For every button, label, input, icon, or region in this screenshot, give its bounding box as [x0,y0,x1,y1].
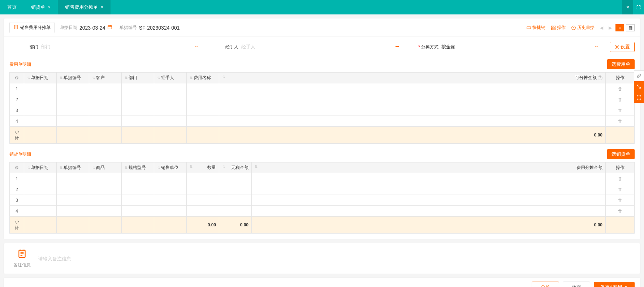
table-row[interactable]: 2🗑 [10,94,635,105]
delete-icon[interactable]: 🗑 [618,119,622,124]
col-fee-name[interactable]: 费用名称 [187,73,219,83]
svg-rect-9 [554,26,555,27]
no-label: 单据编号 [120,25,137,31]
tab-home[interactable]: 首页 [0,0,24,14]
table-row[interactable]: 1🗑 [10,173,635,184]
svg-rect-3 [108,26,112,29]
ellipsis-icon[interactable]: ••• [395,44,399,49]
col-alloc-amount[interactable]: 可分摊金额? [219,73,606,83]
table-row[interactable]: 3🗑 [10,105,635,116]
col-customer[interactable]: 客户 [89,73,122,83]
calendar-icon[interactable] [107,25,112,31]
col-op: 操作 [606,162,635,173]
subtotal-label: 小计 [10,217,24,234]
col-date[interactable]: 单据日期 [24,162,57,173]
select-expense-button[interactable]: 选费用单 [607,59,635,69]
table-row[interactable]: 3🗑 [10,195,635,206]
col-no[interactable]: 单据编号 [57,73,89,83]
svg-rect-10 [552,28,553,30]
save-new-button[interactable]: 保存&新增 ⌃ [594,282,635,287]
svg-point-13 [616,46,618,48]
right-float-tools [634,70,644,103]
col-no[interactable]: 单据编号 [57,162,89,173]
col-dept[interactable]: 部门 [122,73,154,83]
help-icon[interactable]: ? [598,75,602,80]
delete-icon[interactable]: 🗑 [618,198,622,203]
remarks-label: 备注信息 [13,262,31,268]
expense-table: ⚙ 单据日期 单据编号 客户 部门 经手人 费用名称 可分摊金额? 操作 1🗑 … [9,72,635,144]
tab-label: 销售费用分摊单 [65,4,98,10]
delete-icon[interactable]: 🗑 [618,176,622,181]
doc-header-row: 销售费用分摊单 单据日期 2023-03-24 单据编号 SF-20230324… [4,18,640,36]
chevron-down-icon[interactable]: ﹀ [194,44,199,50]
close-panel-icon[interactable]: ✕ [622,0,633,14]
col-product[interactable]: 商品 [89,162,122,173]
top-tabs-bar: 首页 销货单 × 销售费用分摊单 × ✕ [0,0,644,14]
notes-icon [9,249,35,260]
sales-table: ⚙ 单据日期 单据编号 商品 规格型号 销售单位 数量 无税金额 费用分摊金额 … [9,162,635,234]
view-grid-icon[interactable]: ▦ [626,24,635,31]
col-unit[interactable]: 销售单位 [154,162,187,173]
remarks-input[interactable] [35,249,635,268]
operation-link[interactable]: 操作 [549,25,567,31]
table-row[interactable]: 4🗑 [10,116,635,127]
expand-all-icon[interactable] [634,92,644,103]
col-amount[interactable]: 无税金额 [219,162,252,173]
col-spec[interactable]: 规格型号 [122,162,154,173]
tab-sales-expense-alloc[interactable]: 销售费用分摊单 × [58,0,111,14]
tab-sales-order[interactable]: 销货单 × [24,0,58,14]
view-list-icon[interactable]: ≡ [615,24,624,31]
col-handler[interactable]: 经手人 [154,73,187,83]
prev-arrow-icon[interactable]: ◀ [598,25,605,30]
gear-icon[interactable]: ⚙ [10,162,24,173]
doc-title: 销售费用分摊单 [20,25,51,31]
qty-total: 0.00 [208,222,216,227]
discard-button[interactable]: 放弃 [563,282,590,287]
col-date[interactable]: 单据日期 [24,73,57,83]
close-icon[interactable]: × [48,5,51,10]
main-content: 销售费用分摊单 单据日期 2023-03-24 单据编号 SF-20230324… [4,18,640,239]
settings-button[interactable]: 设置 [610,42,635,52]
next-arrow-icon[interactable]: ▶ [607,25,614,30]
dept-label: 部门 [9,44,38,50]
table-row[interactable]: 1🗑 [10,83,635,94]
alloc-button[interactable]: 分摊 [532,282,559,287]
subtotal-label: 小计 [10,127,24,144]
shortcut-link[interactable]: 快捷键 [524,25,547,31]
table-row[interactable]: 2🗑 [10,184,635,195]
delete-icon[interactable]: 🗑 [618,187,622,192]
date-label: 单据日期 [60,25,77,31]
svg-rect-7 [527,27,531,29]
table-row[interactable]: 4🗑 [10,206,635,217]
remarks-box: 备注信息 [4,243,640,274]
expand-icon[interactable] [634,81,644,92]
delete-icon[interactable]: 🗑 [618,108,622,113]
date-value[interactable]: 2023-03-24 [79,25,105,31]
delete-icon[interactable]: 🗑 [618,86,622,91]
history-link[interactable]: 历史单据 [569,25,596,31]
close-icon[interactable]: × [101,5,103,10]
fullscreen-icon[interactable] [633,0,644,14]
col-alloc-amount[interactable]: 费用分摊金额 [252,162,606,173]
expense-section-header: 费用单明细 选费用单 [4,59,640,72]
dept-input[interactable] [41,43,194,51]
attachment-icon[interactable] [634,70,644,81]
svg-rect-8 [552,26,553,27]
document-icon [13,25,18,31]
subtotal-row: 小计 0.00 [10,127,635,144]
doc-title-tab[interactable]: 销售费用分摊单 [9,22,55,33]
gear-icon[interactable]: ⚙ [10,73,24,83]
amount-total: 0.00 [240,222,248,227]
chevron-down-icon[interactable]: ﹀ [595,44,599,50]
handler-input[interactable] [241,43,395,51]
col-qty[interactable]: 数量 [187,162,219,173]
no-value: SF-20230324-001 [139,25,180,31]
method-input[interactable] [441,43,595,51]
select-sales-button[interactable]: 选销货单 [607,149,635,159]
sales-section-title: 销货单明细 [9,151,31,157]
subtotal-row: 小计 0.00 0.00 0.00 [10,217,635,234]
alloc-total: 0.00 [594,222,602,227]
method-label: *分摊方式 [410,44,438,50]
delete-icon[interactable]: 🗑 [618,97,622,102]
delete-icon[interactable]: 🗑 [618,209,622,214]
